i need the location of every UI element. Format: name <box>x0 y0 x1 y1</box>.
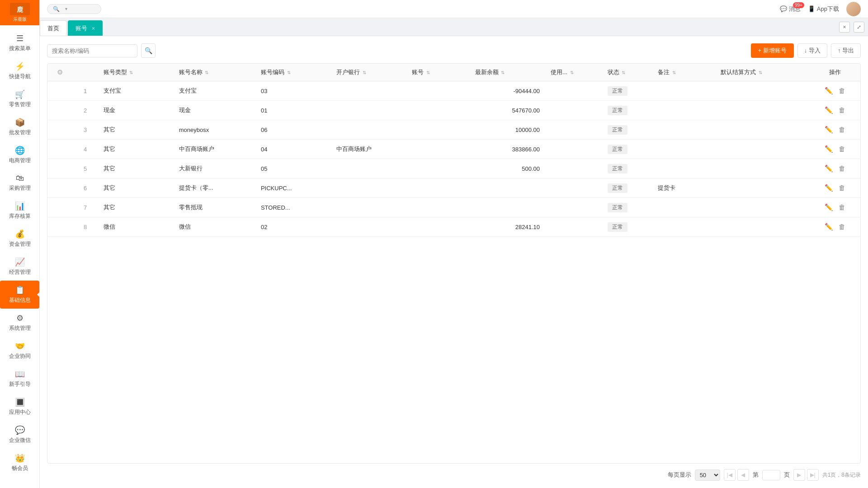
sidebar-item-ecom-mgmt[interactable]: 🌐 电商管理 <box>0 141 39 169</box>
search-button[interactable]: 🔍 <box>141 43 156 58</box>
logo: 鹿 乐鹿版 <box>0 0 39 25</box>
sidebar-item-label: 零售管理 <box>9 101 31 108</box>
add-account-button[interactable]: + 新增账号 <box>751 43 794 58</box>
delete-button[interactable]: 🗑 <box>837 105 847 115</box>
col-name-label: 账号名称 <box>179 69 203 75</box>
edit-button[interactable]: ✏️ <box>823 86 835 96</box>
sidebar-item-enterprise-agreement[interactable]: 🤝 企业协同 <box>0 337 39 365</box>
row-num: 2 <box>73 101 98 120</box>
app-download-button[interactable]: 📱 App下载 <box>808 5 839 13</box>
sidebar-item-finance-mgmt[interactable]: 💰 资金管理 <box>0 225 39 253</box>
row-name: 现金 <box>174 101 255 120</box>
col-type-label: 账号类型 <box>104 69 127 75</box>
search-input[interactable] <box>47 44 137 57</box>
sidebar-menu: ☰ 搜索菜单 ⚡ 快捷导航 🛒 零售管理 📦 批发管理 🌐 电商管理 🛍 采购管… <box>0 25 39 488</box>
sidebar-item-search-menu[interactable]: ☰ 搜索菜单 <box>0 29 39 57</box>
sidebar-item-inventory[interactable]: 📊 库存核算 <box>0 197 39 225</box>
total-info: 共1页，8条记录 <box>822 471 861 479</box>
edit-button[interactable]: ✏️ <box>823 164 835 174</box>
header-left: 🔍 ▾ <box>47 4 101 14</box>
row-type: 其它 <box>98 140 174 159</box>
sidebar-item-sys-mgmt[interactable]: ⚙ 系统管理 <box>0 309 39 337</box>
delete-button[interactable]: 🗑 <box>837 222 847 231</box>
sidebar-item-vip[interactable]: 👑 畅会员 <box>0 449 39 477</box>
col-default-label: 默认结算方式 <box>721 69 756 75</box>
table-row: 1 支付宝 支付宝 03 -90444.00 正常 ✏️ 🗑 <box>47 81 860 101</box>
edit-button[interactable]: ✏️ <box>823 105 835 115</box>
col-type-header[interactable]: 账号类型 ⇅ <box>98 64 174 81</box>
quick-nav-icon: ⚡ <box>15 61 25 71</box>
col-balance-header[interactable]: 最新余额 ⇅ <box>470 64 545 81</box>
row-settings <box>47 140 73 159</box>
sidebar-item-app-center[interactable]: 🔳 应用中心 <box>0 393 39 421</box>
tab-close-all-button[interactable]: × <box>839 22 850 33</box>
delete-button[interactable]: 🗑 <box>837 125 847 134</box>
row-operations: ✏️ 🗑 <box>810 178 860 198</box>
sidebar-item-label: 畅会员 <box>12 465 28 472</box>
row-type: 其它 <box>98 178 174 198</box>
sidebar-item-quick-nav[interactable]: ⚡ 快捷导航 <box>0 57 39 85</box>
delete-button[interactable]: 🗑 <box>837 144 847 154</box>
row-balance: 547670.00 <box>470 101 545 120</box>
page-next-button[interactable]: ▶ <box>793 469 805 481</box>
row-operations: ✏️ 🗑 <box>810 101 860 120</box>
delete-button[interactable]: 🗑 <box>837 183 847 192</box>
col-status-header[interactable]: 状态 ⇅ <box>602 64 653 81</box>
tab-account[interactable]: 账号 × <box>68 20 103 36</box>
page-last-button[interactable]: ▶| <box>807 469 819 481</box>
col-account-header[interactable]: 账号 ⇅ <box>406 64 469 81</box>
sidebar-item-retail-mgmt[interactable]: 🛒 零售管理 <box>0 85 39 113</box>
column-settings-icon[interactable]: ⚙ <box>57 68 63 76</box>
page-size-select[interactable]: 50 100 200 <box>695 469 720 481</box>
row-default <box>715 198 810 217</box>
delete-button[interactable]: 🗑 <box>837 164 847 173</box>
page-first-button[interactable]: |◀ <box>724 469 736 481</box>
top-search-box[interactable]: 🔍 ▾ <box>47 4 101 14</box>
col-default-header[interactable]: 默认结算方式 ⇅ <box>715 64 810 81</box>
header-right: 💬 消息 99+ 📱 App下载 <box>780 2 861 16</box>
delete-button[interactable]: 🗑 <box>837 202 847 212</box>
svg-text:鹿: 鹿 <box>16 6 24 13</box>
sidebar-item-wholesale-mgmt[interactable]: 📦 批发管理 <box>0 113 39 141</box>
col-name-header[interactable]: 账号名称 ⇅ <box>174 64 255 81</box>
row-type: 其它 <box>98 120 174 140</box>
row-status: 正常 <box>602 198 653 217</box>
app-download-label: App下载 <box>817 5 839 13</box>
col-op-header: 操作 <box>810 64 860 81</box>
edit-button[interactable]: ✏️ <box>823 202 835 212</box>
edit-button[interactable]: ✏️ <box>823 222 835 232</box>
sidebar-item-ops-mgmt[interactable]: 📈 经营管理 <box>0 253 39 281</box>
tab-close-icon[interactable]: × <box>92 25 95 32</box>
edit-button[interactable]: ✏️ <box>823 125 835 135</box>
export-button[interactable]: ↑ 导出 <box>831 43 861 58</box>
sidebar-item-basic-info[interactable]: 📋 基础信息 <box>0 281 39 309</box>
sidebar-item-purchase-mgmt[interactable]: 🛍 采购管理 <box>0 169 39 197</box>
col-remark-header[interactable]: 备注 ⇅ <box>652 64 715 81</box>
import-button[interactable]: ↓ 导入 <box>797 43 827 58</box>
page-input[interactable]: 1 <box>762 470 780 480</box>
tab-bar-actions: × ⤢ <box>839 22 868 33</box>
row-type: 现金 <box>98 101 174 120</box>
col-bank-header[interactable]: 开户银行 ⇅ <box>331 64 406 81</box>
sidebar-item-new-guide[interactable]: 📖 新手引导 <box>0 365 39 393</box>
page-prev-button[interactable]: ◀ <box>737 469 749 481</box>
row-bank <box>331 217 406 237</box>
col-code-header[interactable]: 账号编码 ⇅ <box>255 64 331 81</box>
edit-button[interactable]: ✏️ <box>823 144 835 154</box>
delete-button[interactable]: 🗑 <box>837 86 847 95</box>
sidebar-item-enterprise-wechat[interactable]: 💬 企业微信 <box>0 421 39 449</box>
tab-home[interactable]: 首页 <box>40 20 67 36</box>
row-settings <box>47 120 73 140</box>
row-balance: 500.00 <box>470 159 545 178</box>
sidebar-item-label: 搜索菜单 <box>9 45 31 52</box>
row-default <box>715 178 810 198</box>
tab-bar: 首页 账号 × × ⤢ <box>40 18 868 36</box>
edit-button[interactable]: ✏️ <box>823 183 835 193</box>
avatar[interactable] <box>846 2 861 16</box>
sort-balance-icon: ⇅ <box>501 70 505 75</box>
message-button[interactable]: 💬 消息 99+ <box>780 5 801 13</box>
col-use-header[interactable]: 使用... ⇅ <box>545 64 602 81</box>
row-operations: ✏️ 🗑 <box>810 81 860 101</box>
tab-maximize-button[interactable]: ⤢ <box>854 22 864 33</box>
message-icon: 💬 <box>780 5 787 12</box>
